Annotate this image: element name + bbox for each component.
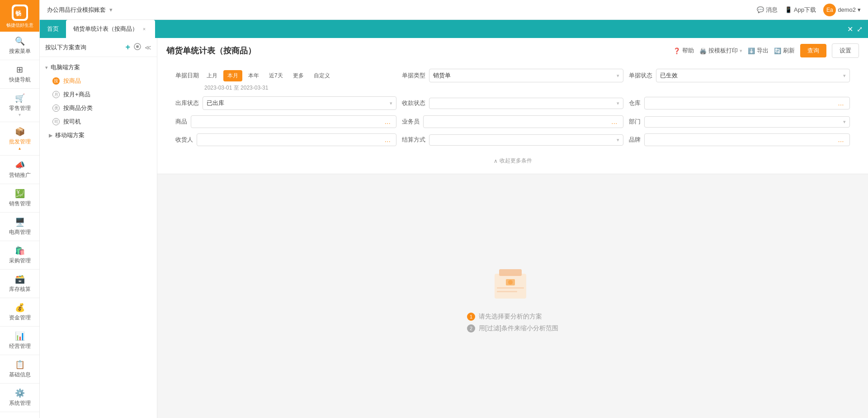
date-tab-this-year[interactable]: 本年 bbox=[244, 70, 263, 81]
filter-brand-input[interactable]: … bbox=[644, 133, 850, 146]
help-btn[interactable]: ❓ 帮助 bbox=[673, 47, 694, 55]
sidebar-item-sales-label: 销售管理 bbox=[9, 200, 31, 208]
pay-status-caret: ▾ bbox=[617, 100, 619, 106]
tree-parent-pc[interactable]: ▾ 电脑端方案 bbox=[40, 61, 157, 74]
collapse-btn[interactable]: ∧ 收起更多条件 bbox=[486, 155, 539, 166]
empty-tips: 1 请先选择要分析的方案 2 用[过滤]条件来缩小分析范围 bbox=[467, 313, 558, 332]
filter-brand-label: 品牌 bbox=[629, 136, 641, 144]
sidebar-item-finance[interactable]: 💰 资金管理 bbox=[0, 298, 39, 327]
sidebar-item-operations[interactable]: 📊 经营管理 bbox=[0, 327, 39, 355]
filter-payment-method-input[interactable]: ▾ bbox=[429, 134, 623, 146]
date-tab-this-month[interactable]: 本月 bbox=[223, 70, 242, 81]
app-logo: 畅 畅捷信好生意 bbox=[0, 0, 39, 32]
filter-pay-status-input[interactable]: ▾ bbox=[429, 98, 623, 109]
message-icon: 💬 bbox=[757, 6, 764, 13]
sidebar-item-purchase[interactable]: 🛍️ 采购管理 bbox=[0, 241, 39, 270]
sidebar-item-inventory[interactable]: 🗃️ 库存核算 bbox=[0, 270, 39, 298]
sidebar-item-quick-nav-label: 快捷导航 bbox=[9, 76, 31, 84]
filter-receiver-input[interactable]: … bbox=[197, 133, 396, 146]
user-menu[interactable]: Ea demo2 ▾ bbox=[823, 4, 861, 16]
date-tab-custom[interactable]: 自定义 bbox=[310, 70, 334, 81]
content-area: 按以下方案查询 + ≪ ▾ 电脑端方案 bbox=[40, 38, 868, 418]
filter-salesperson-field: 业务员 … bbox=[402, 115, 623, 128]
filter-out-status-input[interactable]: 已出库 ▾ bbox=[203, 96, 396, 110]
tree-child-by-category[interactable]: 类 按商品分类 bbox=[40, 101, 157, 115]
sidebar-item-sales[interactable]: 💹 销售管理 bbox=[0, 184, 39, 213]
app-download-btn[interactable]: 📱 App下载 bbox=[785, 6, 816, 14]
tree-child-by-driver[interactable]: 司 按司机 bbox=[40, 115, 157, 128]
tree-child-by-month-goods[interactable]: 月 按月+商品 bbox=[40, 88, 157, 101]
empty-state: 1 请先选择要分析的方案 2 用[过滤]条件来缩小分析范围 bbox=[157, 174, 868, 418]
receiver-dots-btn[interactable]: … bbox=[382, 136, 392, 143]
tab-close-btn[interactable]: × bbox=[141, 25, 148, 33]
ecommerce-icon: 🖥️ bbox=[15, 217, 25, 227]
filter-goods-input[interactable]: … bbox=[191, 115, 396, 128]
refresh-btn[interactable]: 🔄 刷新 bbox=[774, 47, 795, 55]
salesperson-dots-btn[interactable]: … bbox=[609, 118, 619, 125]
date-tab-last-month[interactable]: 上月 bbox=[203, 70, 222, 81]
filter-doc-status-input[interactable]: 已生效 ▾ bbox=[656, 69, 850, 82]
brand-dots-btn[interactable]: … bbox=[836, 136, 846, 143]
filter-department-input[interactable]: ▾ bbox=[644, 116, 850, 128]
filter-salesperson-input[interactable]: … bbox=[423, 115, 623, 128]
svg-rect-4 bbox=[495, 274, 526, 299]
warehouse-dots-btn[interactable]: … bbox=[836, 100, 846, 107]
payment-method-caret: ▾ bbox=[617, 137, 619, 143]
filter-doc-type-input[interactable]: 销货单 ▾ bbox=[429, 69, 623, 82]
sidebar-item-retail[interactable]: 🛒 零售管理 ▾ bbox=[0, 89, 39, 122]
copy-scheme-btn[interactable] bbox=[134, 43, 141, 52]
filter-warehouse-input[interactable]: … bbox=[644, 97, 850, 109]
svg-rect-9 bbox=[497, 291, 517, 292]
left-panel-actions: + ≪ bbox=[125, 43, 151, 52]
message-btn[interactable]: 💬 消息 bbox=[757, 6, 778, 14]
empty-illustration bbox=[486, 260, 540, 305]
sidebar-item-marketing[interactable]: 📣 营销推广 bbox=[0, 156, 39, 184]
sidebar-item-inventory-label: 库存核算 bbox=[9, 285, 31, 293]
basic-info-icon: 📋 bbox=[15, 360, 25, 370]
page-actions: ❓ 帮助 🖨️ 按模板打印 ▾ ⬇️ 导出 � bbox=[673, 43, 859, 58]
sidebar-item-cooperation[interactable]: 🤝 企业协同 bbox=[0, 412, 39, 418]
sidebar-item-search[interactable]: 🔍 搜索菜单 bbox=[0, 32, 39, 60]
tab-home[interactable]: 首页 bbox=[40, 20, 66, 38]
sidebar: 畅 畅捷信好生意 🔍 搜索菜单 ⊞ 快捷导航 🛒 零售管理 ▾ 📦 批发管理 ▴… bbox=[0, 0, 40, 418]
query-btn[interactable]: 查询 bbox=[800, 44, 826, 57]
tree-child-by-goods-label: 按商品 bbox=[63, 77, 81, 85]
tree-parent-mobile[interactable]: ▶ 移动端方案 bbox=[40, 128, 157, 142]
collapse-panel-btn[interactable]: ≪ bbox=[145, 44, 151, 51]
filter-warehouse-label: 仓库 bbox=[629, 99, 641, 107]
sidebar-item-basic-info[interactable]: 📋 基础信息 bbox=[0, 355, 39, 384]
breadcrumb-dropdown-icon[interactable]: ▾ bbox=[109, 6, 113, 13]
add-scheme-btn[interactable]: + bbox=[125, 43, 130, 52]
query-label: 查询 bbox=[807, 47, 819, 55]
collapse-label: 收起更多条件 bbox=[500, 157, 532, 165]
tab-restore-btn[interactable]: ✕ bbox=[847, 25, 853, 33]
svg-text:畅: 畅 bbox=[15, 10, 21, 17]
goods-dots-btn[interactable]: … bbox=[382, 118, 392, 125]
sidebar-item-quick-nav[interactable]: ⊞ 快捷导航 bbox=[0, 60, 39, 89]
sidebar-item-ecommerce-label: 电商管理 bbox=[9, 228, 31, 236]
tree-child-by-goods[interactable]: 按 按商品 bbox=[40, 74, 157, 88]
collapse-row: ∧ 收起更多条件 bbox=[175, 152, 850, 168]
sidebar-item-wholesale[interactable]: 📦 批发管理 ▴ bbox=[0, 122, 39, 156]
child-icon-by-goods: 按 bbox=[52, 77, 60, 85]
doc-status-caret: ▾ bbox=[843, 73, 846, 79]
settings-btn[interactable]: 设置 bbox=[832, 43, 859, 58]
child-icon-by-month-goods: 月 bbox=[52, 91, 60, 98]
out-status-caret: ▾ bbox=[390, 100, 392, 106]
tree-arrow-mobile: ▶ bbox=[49, 133, 52, 138]
sidebar-item-system-label: 系统管理 bbox=[9, 399, 31, 407]
sidebar-item-ecommerce[interactable]: 🖥️ 电商管理 bbox=[0, 213, 39, 241]
header-right: 💬 消息 📱 App下载 Ea demo2 ▾ bbox=[757, 4, 861, 16]
app-subtitle: 畅捷信好生意 bbox=[6, 23, 33, 28]
filter-area: 单据日期 上月 本月 本年 近7天 更多 自定义 单据类型 bbox=[166, 63, 859, 174]
date-tab-7days[interactable]: 近7天 bbox=[265, 70, 287, 81]
export-btn[interactable]: ⬇️ 导出 bbox=[748, 47, 769, 55]
export-icon: ⬇️ bbox=[748, 48, 755, 54]
wholesale-icon: 📦 bbox=[15, 127, 25, 137]
sidebar-item-system[interactable]: ⚙️ 系统管理 bbox=[0, 384, 39, 412]
tab-sales-stats[interactable]: 销货单统计表（按商品） × bbox=[66, 20, 155, 38]
sidebar-item-operations-label: 经营管理 bbox=[9, 342, 31, 350]
tab-maximize-btn[interactable]: ⤢ bbox=[857, 25, 863, 33]
date-tab-more[interactable]: 更多 bbox=[289, 70, 308, 81]
template-print-btn[interactable]: 🖨️ 按模板打印 ▾ bbox=[699, 47, 742, 55]
